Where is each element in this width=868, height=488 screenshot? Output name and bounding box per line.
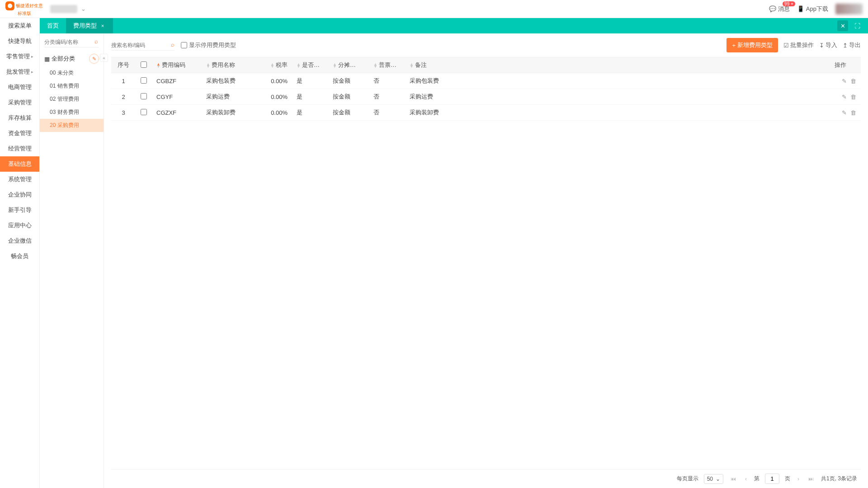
messages-button[interactable]: 💬 消息 99 + (769, 5, 790, 13)
chat-icon: 💬 (769, 5, 776, 12)
tab-label: 首页 (47, 22, 59, 30)
logo: 畅捷通好生意 标准版 (5, 1, 43, 17)
user-avatar[interactable] (835, 4, 863, 14)
company-selector[interactable]: ⌄ (47, 3, 90, 15)
top-header: 畅捷通好生意 标准版 ⌄ 💬 消息 99 + 📱 App下载 (0, 0, 868, 18)
top-right: 💬 消息 99 + 📱 App下载 (769, 4, 863, 14)
app-download-label: App下载 (806, 5, 828, 13)
main-menu: 搜索菜单快捷导航零售管理▸批发管理▸电商管理采购管理库存核算资金管理经营管理基础… (0, 18, 40, 33)
app-download-button[interactable]: 📱 App下载 (797, 5, 828, 13)
tabs-bar: 首页费用类型× ✕ ⛶ (0, 18, 868, 33)
chevron-down-icon: ⌄ (81, 5, 86, 12)
logo-edition: 标准版 (18, 10, 31, 17)
close-all-tabs-button[interactable]: ✕ (837, 20, 848, 31)
tab-close-button[interactable]: × (99, 23, 106, 29)
company-name-blurred (50, 5, 77, 13)
menu-item-搜索菜单[interactable]: 搜索菜单 (0, 18, 39, 33)
menu-item-label: 搜索菜单 (8, 22, 32, 30)
logo-slogan: 畅捷通好生意 (16, 3, 43, 9)
messages-badge: 99 + (783, 1, 795, 6)
mobile-icon: 📱 (797, 5, 804, 12)
tab-费用类型[interactable]: 费用类型× (66, 18, 113, 33)
top-left: 畅捷通好生意 标准版 ⌄ (5, 1, 90, 17)
fullscreen-button[interactable]: ⛶ (852, 20, 863, 31)
tab-首页[interactable]: 首页 (40, 18, 66, 33)
tabs: 首页费用类型× (40, 18, 113, 33)
tabs-actions: ✕ ⛶ (837, 20, 868, 31)
tab-label: 费用类型 (73, 22, 97, 30)
logo-icon (5, 1, 14, 10)
